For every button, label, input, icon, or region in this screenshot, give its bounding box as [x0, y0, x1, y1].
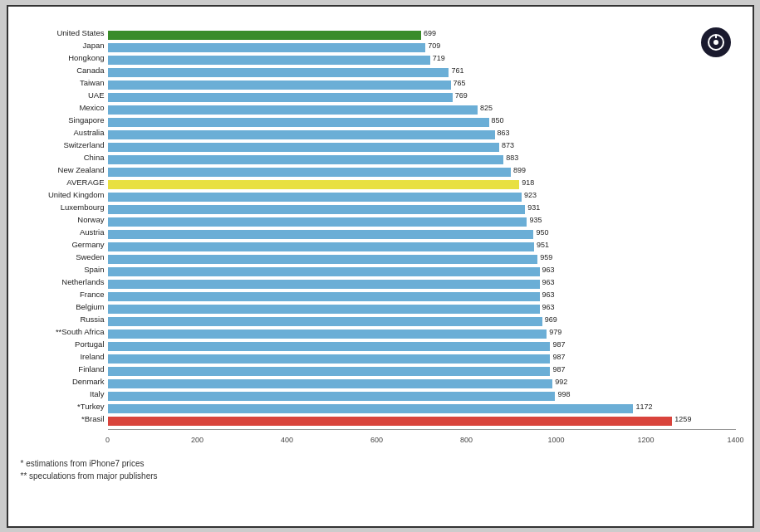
chart-container: United States699Japan709Hongkong719Canad… [7, 5, 754, 528]
footnotes: * estimations from iPhone7 prices** spec… [21, 457, 736, 482]
bar-label: Canada [21, 66, 108, 75]
bar-label: United States [21, 28, 108, 37]
bar-label: *Brasil [21, 414, 108, 423]
bar-row: Australia863 [21, 127, 736, 139]
bar-row: Hongkong719 [21, 52, 736, 64]
bar-label: United Kingdom [21, 190, 108, 199]
bar-wrapper: 935 [108, 215, 736, 225]
bar-row: United States699 [21, 27, 736, 39]
bar-value: 765 [454, 79, 466, 87]
bar-value: 963 [542, 266, 555, 274]
bar [108, 367, 551, 376]
x-axis-container: 0200400600800100012001400 [21, 429, 736, 449]
bar-value: 987 [552, 353, 565, 361]
bar-label: Norway [21, 215, 108, 224]
bar-label: **South Africa [21, 327, 108, 336]
bar [108, 255, 538, 264]
bar-value: 969 [545, 315, 557, 324]
bar-value: 979 [549, 328, 561, 336]
bar-wrapper: 918 [108, 178, 736, 188]
bar-value: 987 [552, 365, 565, 373]
bar [108, 193, 522, 202]
bar [108, 143, 499, 152]
bar-wrapper: 899 [108, 165, 736, 175]
bar-wrapper: 863 [108, 128, 736, 138]
bar-value: 935 [529, 216, 542, 224]
bar [108, 130, 495, 139]
bar-label: Italy [21, 389, 108, 398]
bar [108, 155, 504, 164]
bar-label: Mexico [21, 103, 108, 112]
bar-value: 959 [540, 253, 552, 261]
bar-wrapper: 825 [108, 103, 736, 113]
bar-value: 963 [542, 290, 555, 299]
bar-label: China [21, 153, 108, 162]
bar [108, 292, 540, 301]
bar-label: AVERAGE [21, 178, 108, 187]
bar-value: 1259 [674, 415, 691, 423]
bar-wrapper: 963 [108, 290, 736, 300]
bar-value: 998 [557, 390, 570, 398]
bar [108, 68, 449, 77]
bar-value: 769 [455, 91, 468, 100]
bar [108, 31, 421, 40]
bar-wrapper: 709 [108, 41, 736, 51]
bar-wrapper: 1172 [108, 402, 736, 412]
bar-wrapper: 923 [108, 190, 736, 200]
bar-row: United Kingdom923 [21, 189, 736, 201]
bar [108, 242, 535, 251]
bar-label: Taiwan [21, 78, 108, 87]
bar-label: Belgium [21, 302, 108, 311]
bar-row: Sweden959 [21, 251, 736, 263]
x-tick-label: 1200 [637, 436, 654, 444]
bar-label: Singapore [21, 115, 108, 124]
x-axis-line [108, 429, 736, 434]
bar-row: Finland987 [21, 364, 736, 375]
bar-value: 699 [424, 29, 436, 37]
bar-wrapper: 969 [108, 315, 736, 325]
bar-row: UAE769 [21, 90, 736, 101]
bar-row: **South Africa979 [21, 326, 736, 338]
bar [108, 217, 527, 227]
bar-label: Netherlands [21, 277, 108, 286]
bar-row: Spain963 [21, 264, 736, 276]
bar [108, 118, 489, 127]
bar [108, 93, 453, 102]
bar-wrapper: 873 [108, 140, 736, 150]
bar-row: Luxembourg931 [21, 202, 736, 213]
bar-row: AVERAGE918 [21, 177, 736, 188]
bar-label: Russia [21, 315, 108, 324]
x-tick-label: 1000 [547, 436, 564, 444]
bar-row: New Zealand899 [21, 164, 736, 176]
bar-label: Finland [21, 364, 108, 373]
bar-wrapper: 963 [108, 265, 736, 275]
bar-row: Germany951 [21, 239, 736, 251]
bar [108, 205, 526, 214]
bar-label: Japan [21, 41, 108, 50]
bar-row: Netherlands963 [21, 276, 736, 288]
bar-value: 863 [498, 129, 510, 137]
bar [108, 81, 451, 90]
bar-wrapper: 987 [108, 339, 736, 349]
bar-row: Austria950 [21, 227, 736, 238]
bar-label: Ireland [21, 352, 108, 361]
bar-label: France [21, 290, 108, 299]
bar-wrapper: 987 [108, 352, 736, 362]
bar-wrapper: 761 [108, 66, 736, 76]
bar [108, 342, 551, 351]
bar-row: Belgium963 [21, 301, 736, 313]
bar-row: France963 [21, 289, 736, 300]
bar-wrapper: 979 [108, 327, 736, 337]
x-tick-label: 0 [105, 436, 110, 444]
bar-value: 931 [527, 203, 540, 212]
bar-row: Canada761 [21, 65, 736, 76]
bar-value: 719 [433, 54, 445, 62]
bar [108, 56, 430, 65]
bar-label: Hongkong [21, 53, 108, 62]
bar [108, 417, 673, 426]
bar-label: *Turkey [21, 402, 108, 411]
bar-row: Denmark992 [21, 376, 736, 388]
bar-label: Australia [21, 128, 108, 137]
bar-label: New Zealand [21, 165, 108, 174]
bar-value: 825 [480, 104, 493, 112]
